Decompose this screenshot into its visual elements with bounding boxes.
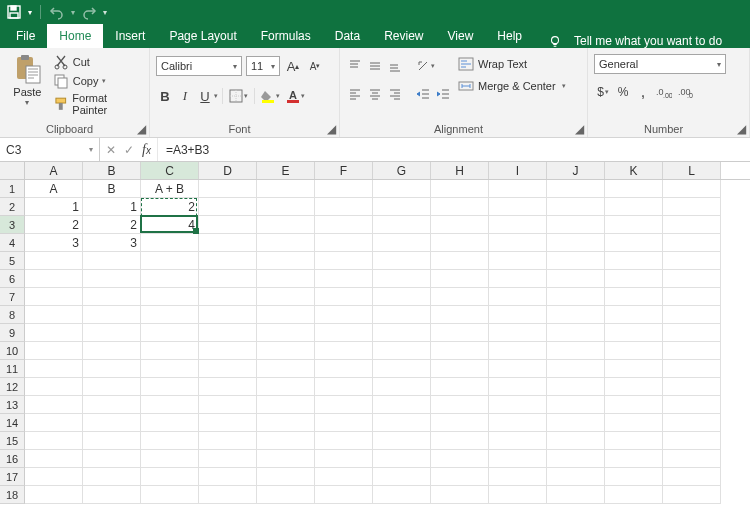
cell[interactable] (489, 270, 547, 288)
cell[interactable] (25, 288, 83, 306)
cell[interactable] (547, 252, 605, 270)
cell[interactable] (25, 432, 83, 450)
cell[interactable] (315, 486, 373, 504)
cell[interactable] (141, 270, 199, 288)
number-format-combo[interactable]: General ▾ (594, 54, 726, 74)
cell[interactable] (605, 180, 663, 198)
cell[interactable] (547, 414, 605, 432)
row-header[interactable]: 4 (0, 234, 25, 252)
cell[interactable] (489, 450, 547, 468)
decrease-indent-button[interactable] (414, 84, 432, 104)
row-header[interactable]: 5 (0, 252, 25, 270)
cell[interactable] (431, 234, 489, 252)
cell[interactable] (373, 306, 431, 324)
cell[interactable] (489, 342, 547, 360)
cell[interactable] (199, 198, 257, 216)
clipboard-dialog-launcher-icon[interactable]: ◢ (135, 123, 147, 135)
cell[interactable] (663, 270, 721, 288)
cell[interactable] (141, 288, 199, 306)
align-middle-button[interactable] (366, 56, 384, 76)
cell[interactable] (25, 324, 83, 342)
cell[interactable] (141, 324, 199, 342)
cell[interactable] (315, 342, 373, 360)
cell[interactable] (489, 306, 547, 324)
cell[interactable]: 1 (83, 198, 141, 216)
cancel-formula-icon[interactable]: ✕ (106, 143, 116, 157)
cell[interactable]: 2 (141, 198, 199, 216)
cell[interactable] (605, 468, 663, 486)
cell[interactable] (663, 414, 721, 432)
cell[interactable] (315, 216, 373, 234)
cell[interactable] (83, 396, 141, 414)
cell[interactable] (431, 270, 489, 288)
tab-data[interactable]: Data (323, 24, 372, 48)
cell[interactable] (199, 306, 257, 324)
cell[interactable] (373, 234, 431, 252)
qat-dropdown-icon[interactable]: ▾ (28, 8, 32, 17)
cell[interactable] (141, 468, 199, 486)
cell[interactable] (315, 252, 373, 270)
cell[interactable] (315, 234, 373, 252)
cell[interactable] (373, 324, 431, 342)
fill-color-button[interactable]: ▾ (259, 86, 282, 106)
cell[interactable] (373, 486, 431, 504)
cell[interactable] (373, 252, 431, 270)
cell[interactable] (25, 378, 83, 396)
borders-button[interactable]: ▾ (227, 86, 250, 106)
cell[interactable] (605, 270, 663, 288)
cell[interactable] (315, 270, 373, 288)
cell[interactable] (25, 270, 83, 288)
align-bottom-button[interactable] (386, 56, 404, 76)
alignment-dialog-launcher-icon[interactable]: ◢ (573, 123, 585, 135)
cell[interactable] (257, 414, 315, 432)
cell[interactable] (431, 396, 489, 414)
formula-input[interactable]: =A3+B3 (158, 138, 750, 161)
row-header[interactable]: 17 (0, 468, 25, 486)
cell[interactable] (315, 432, 373, 450)
cell[interactable] (547, 396, 605, 414)
row-header[interactable]: 16 (0, 450, 25, 468)
cell[interactable] (199, 270, 257, 288)
qat-customize-icon[interactable]: ▾ (103, 8, 107, 17)
cell[interactable] (141, 414, 199, 432)
cell[interactable] (83, 324, 141, 342)
cell[interactable] (199, 468, 257, 486)
cell[interactable] (199, 378, 257, 396)
name-box[interactable]: C3 ▾ (0, 138, 100, 161)
cell[interactable] (141, 486, 199, 504)
cell[interactable] (199, 486, 257, 504)
grow-font-button[interactable]: A▴ (284, 56, 302, 76)
cell[interactable] (431, 252, 489, 270)
cell[interactable] (489, 360, 547, 378)
cell[interactable] (663, 396, 721, 414)
cell[interactable] (257, 324, 315, 342)
cell[interactable] (605, 252, 663, 270)
cell[interactable] (199, 324, 257, 342)
row-header[interactable]: 11 (0, 360, 25, 378)
cell[interactable] (257, 306, 315, 324)
cell[interactable] (605, 324, 663, 342)
cell[interactable]: A + B (141, 180, 199, 198)
cell[interactable] (431, 360, 489, 378)
cell[interactable] (547, 198, 605, 216)
cell[interactable] (489, 414, 547, 432)
orientation-button[interactable]: ▾ (414, 56, 437, 76)
cell[interactable] (83, 378, 141, 396)
cell[interactable] (489, 198, 547, 216)
cell[interactable] (373, 342, 431, 360)
cell[interactable]: 3 (25, 234, 83, 252)
cell[interactable] (547, 450, 605, 468)
cell[interactable] (547, 486, 605, 504)
cell[interactable] (547, 360, 605, 378)
cell[interactable] (257, 252, 315, 270)
cell[interactable] (83, 342, 141, 360)
cell[interactable] (257, 270, 315, 288)
column-header[interactable]: K (605, 162, 663, 179)
cell[interactable] (25, 414, 83, 432)
cell[interactable] (257, 180, 315, 198)
row-header[interactable]: 18 (0, 486, 25, 504)
row-header[interactable]: 8 (0, 306, 25, 324)
cell[interactable] (199, 288, 257, 306)
column-header[interactable]: E (257, 162, 315, 179)
fx-icon[interactable]: fx (142, 142, 151, 158)
